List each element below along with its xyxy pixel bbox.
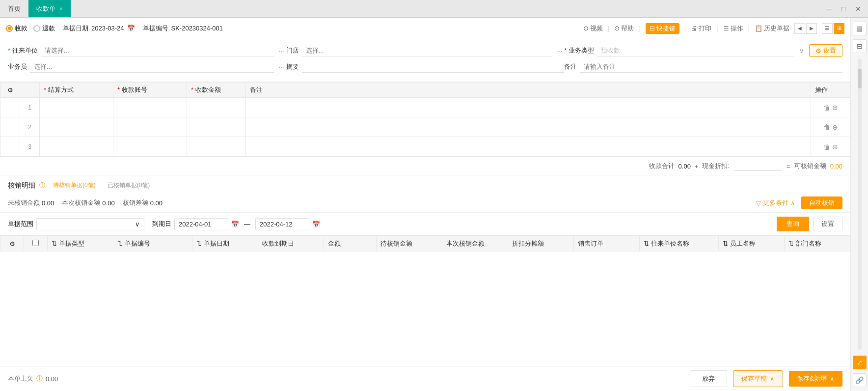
window-controls: ─ □ ✕	[824, 4, 868, 14]
current-value: 0.00	[102, 199, 114, 207]
row-1-remark[interactable]	[246, 98, 811, 117]
row-3-copy-icon[interactable]: ⊕	[832, 143, 838, 151]
biztype-input[interactable]	[597, 45, 794, 56]
form-row-2: 业务员 ··· 摘要 备注	[8, 61, 842, 73]
lower-col-settings[interactable]: ⚙	[0, 236, 24, 251]
row-1-account[interactable]	[113, 98, 187, 117]
scrollbar-thumb[interactable]	[858, 69, 862, 88]
remark-input[interactable]	[580, 61, 842, 73]
row-2-delete-icon[interactable]: 🗑	[823, 123, 830, 131]
partner-dots[interactable]: ···	[277, 47, 286, 55]
history-icon: 📋	[755, 25, 762, 32]
radio-shoukuan[interactable]: 收款	[6, 24, 27, 33]
row-3-delete-icon[interactable]: 🗑	[823, 143, 830, 151]
radio-tuikuan[interactable]: 退款	[33, 24, 55, 33]
lower-settings-icon[interactable]: ⚙	[9, 240, 15, 248]
row-1-settle[interactable]	[40, 98, 113, 117]
save-draft-button[interactable]: 保存草稿 ∧	[733, 370, 783, 387]
section-info-icon[interactable]: ⓘ	[39, 181, 45, 190]
view-grid[interactable]: ⊞	[834, 23, 844, 34]
nav-prev[interactable]: ◀	[794, 23, 805, 34]
calendar-icon[interactable]: 📅	[127, 25, 135, 32]
biztype-label: 业务类型	[564, 46, 594, 55]
radio-tuikuan-dot	[33, 25, 40, 32]
settings-button[interactable]: ⚙ 设置	[809, 44, 842, 57]
sidebar-link-icon[interactable]: 🔗	[853, 373, 867, 387]
row-3-account[interactable]	[113, 137, 187, 157]
biztype-caret-icon[interactable]: ∨	[797, 47, 806, 55]
row-3-amount[interactable]	[187, 137, 246, 157]
operation-button[interactable]: ☰ 操作	[723, 24, 743, 33]
discard-button[interactable]: 放弃	[690, 370, 727, 387]
table-settings-icon[interactable]: ⚙	[7, 86, 13, 94]
row-1-delete-icon[interactable]: 🗑	[823, 104, 830, 112]
video-icon: ⊙	[583, 25, 589, 32]
row-2-amount[interactable]	[187, 117, 246, 137]
tab-close-icon[interactable]: ×	[59, 5, 63, 12]
stats-row: 未核销金额 0.00 本次核销金额 0.00 核销差额 0.00 ▽ 更多条件 …	[0, 194, 850, 213]
lower-col-type: ⇅ 单据类型	[48, 236, 113, 251]
tab-home[interactable]: 首页	[0, 0, 28, 17]
row-3-settle[interactable]	[40, 137, 113, 157]
range-select[interactable]: ∨	[36, 218, 144, 230]
memo-input[interactable]	[302, 61, 565, 73]
auto-verification-button[interactable]: 自动核销	[801, 196, 842, 209]
row-1-amount[interactable]	[187, 98, 246, 117]
staff-dots[interactable]: ···	[277, 63, 286, 71]
toolbar-right: ⊙ 视频 | ⊙ 帮助 | ⊟ 快捷键 | 🖨 打印 |	[583, 23, 844, 34]
sidebar-table-icon[interactable]: ▤	[853, 22, 867, 35]
print-button[interactable]: 🖨 打印	[691, 24, 711, 33]
lower-table: ⚙ ⇅ 单据类型 ⇅ 单据编号	[0, 236, 850, 251]
sidebar-expand-icon[interactable]: ⤢	[853, 356, 867, 369]
date-to-input[interactable]	[255, 218, 309, 230]
save-draft-label: 保存草稿	[741, 374, 767, 383]
maximize-button[interactable]: □	[839, 4, 848, 14]
scrollbar[interactable]	[858, 59, 862, 350]
shortcut-button[interactable]: ⊟ 快捷键	[646, 23, 679, 34]
nav-next[interactable]: ▶	[806, 23, 817, 34]
partner-input[interactable]	[41, 45, 274, 56]
sidebar-list-icon[interactable]: ⊟	[853, 39, 867, 53]
shop-input[interactable]	[302, 45, 552, 56]
number-value: SK-20230324-001	[171, 25, 223, 32]
discount-input[interactable]	[733, 161, 783, 171]
row-1-copy-icon[interactable]: ⊕	[832, 104, 838, 112]
row-2-settle[interactable]	[40, 117, 113, 137]
date-from-input[interactable]	[174, 218, 228, 230]
col-amount-header: 收款金额	[187, 83, 246, 98]
row-2-remark[interactable]	[246, 117, 811, 137]
number-field: 单据编号 SK-20230324-001	[143, 24, 223, 33]
table-row: 2 🗑 ⊕	[0, 117, 850, 137]
close-button[interactable]: ✕	[852, 4, 864, 14]
date-from-icon[interactable]: 📅	[231, 221, 239, 228]
lower-col-checkbox[interactable]	[24, 236, 48, 251]
more-conditions-button[interactable]: ▽ 更多条件 ∧	[756, 198, 795, 207]
save-new-button[interactable]: 保存&新增 ∧	[789, 371, 842, 387]
video-button[interactable]: ⊙ 视频	[583, 24, 603, 33]
staff-input[interactable]	[30, 61, 274, 73]
col-settings-header[interactable]: ⚙	[0, 83, 20, 98]
order-value: 0.00	[46, 375, 58, 383]
filter-settings-button[interactable]: 设置	[813, 217, 842, 231]
tab-active[interactable]: 收款单 ×	[28, 0, 71, 17]
info-icon[interactable]: ⓘ	[36, 374, 43, 383]
form-row-1: 往来单位 ··· 门店 ··· 业务类型 ∨ ⚙ 设置	[8, 44, 842, 57]
shop-dots[interactable]: ···	[555, 47, 565, 55]
select-all-checkbox[interactable]	[32, 240, 39, 246]
row-1-num: 1	[20, 98, 40, 117]
range-caret-icon: ∨	[135, 221, 140, 228]
row-2-account[interactable]	[113, 117, 187, 137]
tab-pending[interactable]: 待核销单据(0笔)	[49, 180, 100, 191]
tab-done[interactable]: 已核销单据(0笔)	[104, 180, 154, 191]
row-3-remark[interactable]	[246, 137, 811, 157]
date-to-icon[interactable]: 📅	[312, 221, 320, 228]
query-button[interactable]: 查询	[777, 217, 809, 231]
print-icon: 🖨	[691, 25, 697, 32]
minimize-button[interactable]: ─	[824, 4, 835, 14]
view-list[interactable]: ☰	[822, 23, 833, 34]
lower-col-pending: 待核销金额	[377, 236, 442, 251]
row-2-copy-icon[interactable]: ⊕	[832, 123, 838, 131]
bottom-info: 本单上欠 ⓘ 0.00	[8, 374, 58, 383]
history-button[interactable]: 📋 历史单据	[755, 24, 789, 33]
help-button[interactable]: ⊙ 帮助	[614, 24, 634, 33]
